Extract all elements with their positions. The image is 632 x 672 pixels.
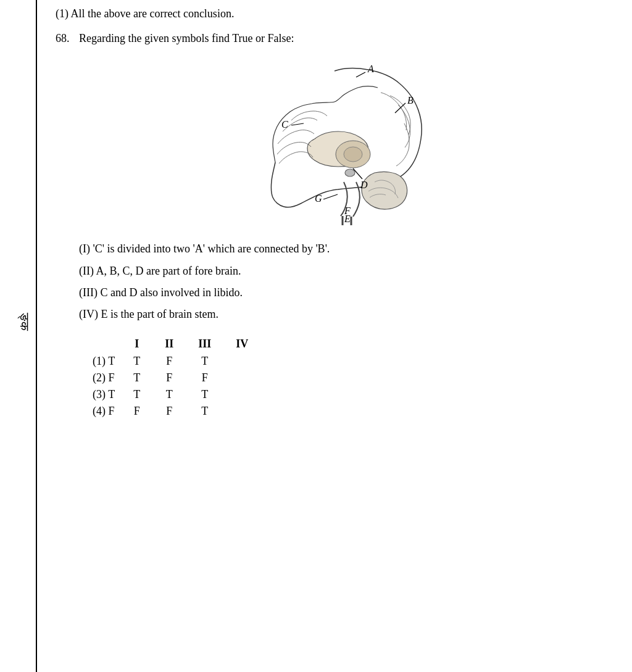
question-block: 68. Regarding the given symbols find Tru… bbox=[56, 29, 613, 420]
svg-point-1 bbox=[344, 147, 362, 162]
col-header-blank bbox=[93, 335, 133, 353]
page-container: ङ्क (1) All the above are correct conclu… bbox=[0, 0, 632, 672]
label-E: E bbox=[344, 214, 351, 224]
col-header-I: I bbox=[133, 335, 165, 353]
table-header-row: I II III IV bbox=[93, 335, 273, 353]
table-row: (2) F T F F bbox=[93, 370, 273, 386]
table-row: (1) T T F T bbox=[93, 353, 273, 370]
option-4-label: (4) F bbox=[93, 403, 133, 420]
option-4-II: F bbox=[165, 403, 198, 420]
option-2-III: F bbox=[198, 370, 236, 386]
svg-line-7 bbox=[323, 194, 338, 199]
label-C: C bbox=[281, 119, 288, 130]
brain-diagram-container: A B C D G F E bbox=[56, 59, 613, 225]
question-text: Regarding the given symbols find True or… bbox=[79, 29, 613, 48]
statement-3: (III) C and D also involved in libido. bbox=[79, 283, 613, 303]
options-table: I II III IV (1) T T F T bbox=[93, 335, 273, 420]
col-header-IV: IV bbox=[236, 335, 273, 353]
label-D: D bbox=[360, 180, 368, 190]
svg-line-4 bbox=[395, 103, 405, 113]
svg-line-3 bbox=[356, 72, 365, 77]
option-3-III: T bbox=[198, 386, 236, 403]
option-2-I: T bbox=[133, 370, 165, 386]
options-table-wrapper: I II III IV (1) T T F T bbox=[93, 335, 613, 420]
statements-block: (I) 'C' is divided into two 'A' which ar… bbox=[79, 239, 613, 325]
top-text: (1) All the above are correct conclusion… bbox=[56, 0, 613, 23]
option-3-label: (3) T bbox=[93, 386, 133, 403]
question-number: 68. bbox=[56, 29, 79, 48]
statement-2: (II) A, B, C, D are part of fore brain. bbox=[79, 261, 613, 281]
brain-diagram: A B C D G F E bbox=[223, 59, 446, 225]
col-header-II: II bbox=[165, 335, 198, 353]
label-A: A bbox=[367, 64, 374, 74]
option-1-III: T bbox=[198, 353, 236, 370]
option-1-II: F bbox=[165, 353, 198, 370]
statement-4: (IV) E is the part of brain stem. bbox=[79, 304, 613, 325]
option-2-II: F bbox=[165, 370, 198, 386]
table-row: (4) F F F T bbox=[93, 403, 273, 420]
content-area: (1) All the above are correct conclusion… bbox=[37, 0, 632, 672]
label-G: G bbox=[315, 193, 322, 204]
statement-1: (I) 'C' is divided into two 'A' which ar… bbox=[79, 239, 613, 259]
option-1-label: (1) T bbox=[93, 353, 133, 370]
svg-point-2 bbox=[345, 169, 355, 176]
label-B: B bbox=[407, 95, 414, 106]
option-1-I: T bbox=[133, 353, 165, 370]
svg-line-5 bbox=[291, 123, 304, 125]
left-margin: ङ्क bbox=[0, 0, 37, 672]
col-header-III: III bbox=[198, 335, 236, 353]
option-4-III: T bbox=[198, 403, 236, 420]
table-row: (3) T T T T bbox=[93, 386, 273, 403]
option-2-label: (2) F bbox=[93, 370, 133, 386]
option-3-I: T bbox=[133, 386, 165, 403]
margin-symbol: ङ्क bbox=[17, 313, 31, 331]
option-4-I: F bbox=[133, 403, 165, 420]
option-3-II: T bbox=[165, 386, 198, 403]
question-header: 68. Regarding the given symbols find Tru… bbox=[56, 29, 613, 48]
